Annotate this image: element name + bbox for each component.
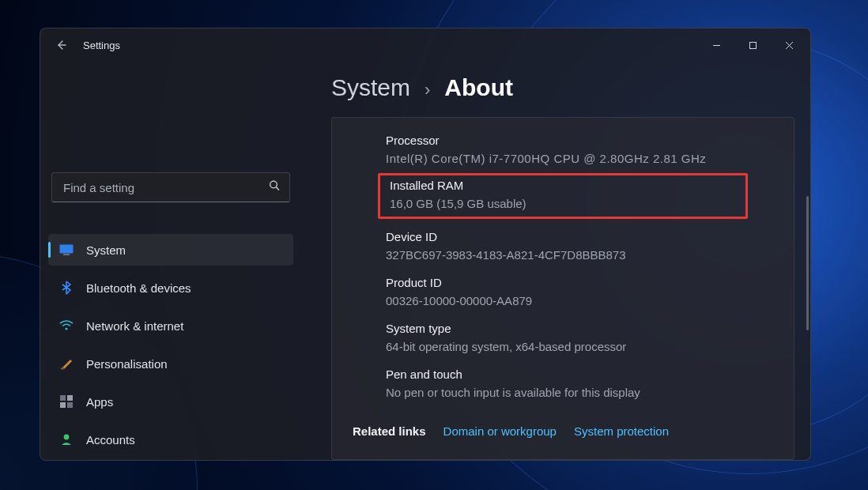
chevron-right-icon: › — [425, 80, 430, 100]
apps-icon — [59, 394, 74, 409]
sidebar-item-apps[interactable]: Apps — [48, 386, 293, 417]
search-input[interactable] — [51, 172, 290, 202]
svg-point-8 — [65, 327, 67, 330]
wifi-icon — [59, 318, 74, 333]
sidebar-item-label: Accounts — [86, 433, 135, 447]
window-title: Settings — [83, 40, 120, 51]
account-icon — [59, 432, 74, 447]
spec-label: System type — [386, 322, 740, 335]
titlebar: Settings — [40, 28, 810, 62]
spec-value: 00326-10000-00000-AA879 — [386, 294, 740, 307]
settings-window: Settings System Bluetooth & devices — [40, 28, 811, 461]
svg-rect-12 — [60, 402, 66, 408]
sidebar-item-network[interactable]: Network & internet — [48, 310, 293, 341]
main-content: System › About Processor Intel(R) Core(T… — [301, 62, 810, 460]
sidebar-item-accounts[interactable]: Accounts — [48, 424, 293, 455]
spec-value: 16,0 GB (15,9 GB usable) — [390, 197, 736, 210]
sidebar-item-label: Personalisation — [86, 357, 168, 371]
window-controls — [698, 32, 807, 58]
breadcrumb-section[interactable]: System — [331, 74, 410, 101]
page-title: About — [444, 74, 513, 101]
maximize-button[interactable] — [734, 32, 771, 58]
monitor-icon — [59, 243, 74, 257]
spec-installed-ram-highlight: Installed RAM 16,0 GB (15,9 GB usable) — [378, 173, 748, 219]
sidebar-item-bluetooth[interactable]: Bluetooth & devices — [48, 272, 293, 303]
minimize-icon — [712, 41, 721, 50]
sidebar-item-label: Apps — [86, 395, 113, 409]
svg-rect-9 — [61, 368, 64, 370]
sidebar-item-label: System — [86, 243, 126, 257]
sidebar-item-label: Network & internet — [86, 319, 183, 333]
svg-rect-13 — [67, 402, 73, 408]
spec-label: Product ID — [386, 276, 740, 289]
spec-value: 327BC697-3983-4183-A821-4CF7D8BBB873 — [386, 248, 740, 262]
sidebar-item-personalisation[interactable]: Personalisation — [48, 348, 293, 379]
bluetooth-icon — [59, 281, 74, 295]
spec-value: 64-bit operating system, x64-based proce… — [386, 340, 740, 353]
spec-device-id: Device ID 327BC697-3983-4183-A821-4CF7D8… — [353, 227, 773, 265]
spec-product-id: Product ID 00326-10000-00000-AA879 — [353, 273, 773, 311]
close-icon — [785, 41, 794, 50]
breadcrumb: System › About — [331, 74, 794, 101]
brush-icon — [59, 356, 74, 371]
spec-pen-touch: Pen and touch No pen or touch input is a… — [353, 364, 773, 402]
spec-label: Pen and touch — [386, 368, 740, 381]
sidebar: System Bluetooth & devices Network & int… — [40, 62, 301, 460]
spec-value: No pen or touch input is available for t… — [386, 386, 740, 399]
sidebar-item-label: Bluetooth & devices — [86, 281, 191, 295]
device-specs-panel: Processor Intel(R) Core(TM) i7-7700HQ CP… — [331, 117, 794, 460]
spec-value: Intel(R) Core(TM) i7-7700HQ CPU @ 2.80GH… — [386, 152, 740, 165]
maximize-icon — [749, 41, 757, 50]
spec-system-type: System type 64-bit operating system, x64… — [353, 318, 773, 356]
search-field-wrap — [51, 172, 290, 202]
svg-rect-11 — [67, 395, 73, 401]
spec-label: Device ID — [386, 230, 740, 243]
related-links-label: Related links — [353, 424, 426, 438]
spec-label: Installed RAM — [390, 179, 736, 192]
arrow-left-icon — [55, 40, 66, 51]
svg-rect-7 — [63, 254, 70, 255]
spec-processor: Processor Intel(R) Core(TM) i7-7700HQ CP… — [353, 130, 773, 168]
spec-label: Processor — [386, 134, 740, 147]
sidebar-item-system[interactable]: System — [48, 234, 293, 266]
related-links: Related links Domain or workgroup System… — [353, 421, 773, 438]
close-button[interactable] — [771, 32, 807, 58]
minimize-button[interactable] — [698, 32, 734, 58]
link-domain-workgroup[interactable]: Domain or workgroup — [443, 424, 557, 438]
svg-point-14 — [64, 435, 70, 440]
scrollbar-thumb[interactable] — [806, 196, 809, 330]
svg-rect-6 — [60, 245, 74, 254]
svg-rect-10 — [60, 395, 66, 401]
svg-rect-1 — [749, 42, 756, 48]
back-button[interactable] — [51, 36, 70, 55]
link-system-protection[interactable]: System protection — [574, 424, 669, 438]
